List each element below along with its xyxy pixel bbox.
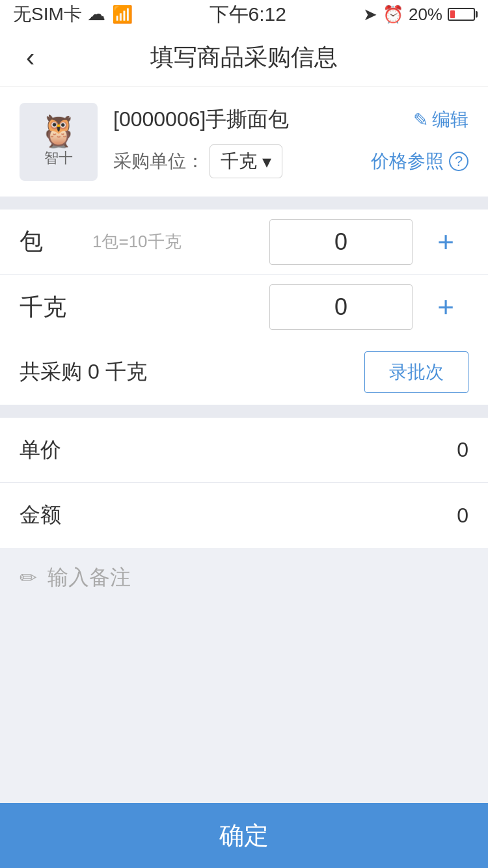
quantity-input-wrap-kg: + [85,284,468,330]
product-info: [0000006]手撕面包 ✎ 编辑 采购单位： 千克 ▾ 价格参照 ? [113,105,468,178]
amount-value: 0 [457,504,468,528]
quantity-input-wrap-bao: + [182,219,468,265]
alarm-icon: ⏰ [383,5,403,25]
sim-label: 无SIM卡 ☁ [13,2,105,27]
summary-row: 共采购 0 千克 录批次 [0,340,488,405]
battery-percent: 20% [409,5,442,25]
product-name: [0000006]手撕面包 [113,105,289,134]
nav-bar: ‹ 填写商品采购信息 [0,29,488,87]
price-ref-label: 价格参照 [371,149,444,174]
remark-section[interactable]: ✏ 输入备注 [0,548,488,608]
unit-value: 千克 [221,149,257,174]
unit-price-row: 单价 0 [0,418,488,483]
product-image: 🦉 智十 [20,103,98,181]
product-logo-icon: 🦉 [39,116,78,147]
empty-area [0,608,488,829]
amount-row: 金额 0 [0,483,488,548]
amount-label: 金额 [20,501,61,530]
status-left: 无SIM卡 ☁ 📶 [13,2,133,27]
plus-button-bao[interactable]: + [423,219,468,265]
battery-fill [450,10,455,18]
status-bar: 无SIM卡 ☁ 📶 下午6:12 ➤ ⏰ 20% [0,0,488,29]
help-icon: ? [449,152,468,171]
quantity-row-bao: 包 1包=10千克 + [0,210,488,275]
quantity-input-kg[interactable] [269,284,413,330]
product-logo-text: 智十 [44,148,73,168]
product-unit-row: 采购单位： 千克 ▾ 价格参照 ? [113,144,468,178]
quantity-section: 包 1包=10千克 + 千克 + [0,210,488,340]
unit-label: 采购单位： [113,149,204,174]
edit-button[interactable]: ✎ 编辑 [413,107,468,132]
status-right: ➤ ⏰ 20% [363,5,475,25]
section-separator-1 [0,197,488,210]
summary-text: 共采购 0 千克 [20,358,147,387]
location-icon: ➤ [363,5,377,25]
batch-button[interactable]: 录批次 [364,351,468,393]
battery-icon [448,8,475,21]
back-button[interactable]: ‹ [20,36,41,79]
section-separator-2 [0,405,488,418]
chevron-down-icon: ▾ [262,151,271,172]
remark-placeholder: 输入备注 [47,563,131,592]
quantity-label-kg: 千克 [20,292,85,323]
unit-selector-group: 采购单位： 千克 ▾ [113,144,282,178]
quantity-input-bao[interactable] [269,219,413,265]
confirm-button[interactable]: 确定 [0,803,488,868]
unit-price-label: 单价 [20,436,61,465]
edit-icon: ✎ [413,109,428,131]
plus-button-kg[interactable]: + [423,284,468,330]
product-card: 🦉 智十 [0000006]手撕面包 ✎ 编辑 采购单位： 千克 ▾ 价格参照 … [0,87,488,197]
unit-price-value: 0 [457,438,468,462]
page-title: 填写商品采购信息 [150,42,338,74]
price-ref-button[interactable]: 价格参照 ? [371,149,468,174]
wifi-icon: 📶 [112,5,133,25]
quantity-sublabel-bao: 1包=10千克 [92,230,182,253]
pencil-icon: ✏ [20,565,37,590]
product-image-inner: 🦉 智十 [33,116,85,168]
quantity-label-bao: 包 [20,226,85,258]
unit-dropdown[interactable]: 千克 ▾ [210,144,282,178]
product-title-row: [0000006]手撕面包 ✎ 编辑 [113,105,468,134]
status-time: 下午6:12 [210,1,286,28]
edit-label: 编辑 [432,107,468,132]
quantity-row-kg: 千克 + [0,275,488,340]
price-section: 单价 0 金额 0 [0,418,488,548]
